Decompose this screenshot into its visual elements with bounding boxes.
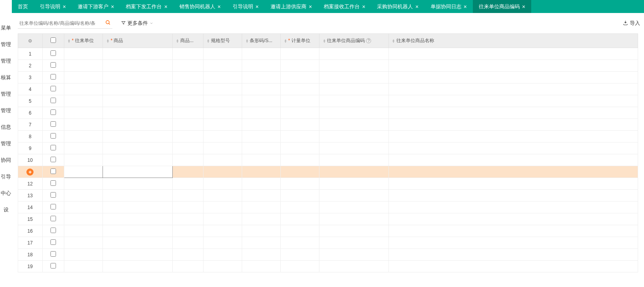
cell-wlspdm[interactable] xyxy=(319,166,388,178)
tab[interactable]: 档案接收工作台× xyxy=(318,0,371,13)
table-row[interactable]: 1 xyxy=(18,48,638,60)
search-input[interactable] xyxy=(18,18,112,29)
sidebar-item[interactable]: 引导 xyxy=(0,168,12,185)
row-checkbox[interactable] xyxy=(50,86,56,91)
export-button[interactable]: 导入 xyxy=(623,20,640,27)
row-checkbox[interactable] xyxy=(50,157,56,162)
table-row[interactable]: 14 xyxy=(18,202,638,213)
sidebar-item[interactable]: 菜单 xyxy=(0,20,12,36)
sort-icon[interactable]: ▲▼ xyxy=(106,39,109,43)
cell-spfl[interactable] xyxy=(172,166,203,178)
gear-icon[interactable]: ⚙ xyxy=(28,38,32,44)
cell-chk[interactable] xyxy=(42,72,64,83)
sort-icon[interactable]: ▲▼ xyxy=(323,39,326,43)
tab[interactable]: 销售协同机器人× xyxy=(174,0,227,13)
sidebar-item[interactable]: 中心 xyxy=(0,185,12,202)
column-header-wlspmc[interactable]: ▲▼往来单位商品名称 xyxy=(388,34,638,48)
select-all-checkbox[interactable] xyxy=(50,37,56,43)
cell-chk[interactable] xyxy=(42,48,64,60)
column-header-sp[interactable]: ▲▼* 商品 xyxy=(103,34,172,48)
row-checkbox[interactable] xyxy=(50,121,56,127)
cell-chk[interactable] xyxy=(42,178,64,190)
table-row[interactable]: 2 xyxy=(18,60,638,72)
table-row[interactable]: 10 xyxy=(18,154,638,166)
sidebar-item[interactable]: 管理 xyxy=(0,53,12,69)
table-row[interactable]: 6 xyxy=(18,107,638,119)
cell-chk[interactable] xyxy=(42,119,64,131)
row-checkbox[interactable] xyxy=(50,98,56,103)
tab[interactable]: 邀请下游客户× xyxy=(72,0,120,13)
table-row[interactable]: 9 xyxy=(18,143,638,154)
table-row[interactable]: 5 xyxy=(18,95,638,107)
row-checkbox[interactable] xyxy=(50,109,56,115)
help-icon[interactable]: ? xyxy=(366,38,371,43)
row-checkbox[interactable] xyxy=(50,216,56,221)
sort-icon[interactable]: ▲▼ xyxy=(245,39,248,43)
column-header-wlspdm[interactable]: ▲▼往来单位商品编码? xyxy=(319,34,388,48)
row-checkbox[interactable] xyxy=(50,263,56,268)
tab[interactable]: 档案下发工作台× xyxy=(120,0,173,13)
tab[interactable]: 单据协同日志× xyxy=(425,0,473,13)
sidebar-item[interactable]: 管理 xyxy=(0,102,12,119)
tab[interactable]: 邀请上游供应商× xyxy=(265,0,318,13)
table-row[interactable]: 4 xyxy=(18,83,638,95)
cell-chk[interactable] xyxy=(42,261,64,272)
cell-chk[interactable] xyxy=(42,143,64,154)
cell-chk[interactable] xyxy=(42,166,64,178)
cell-chk[interactable] xyxy=(42,202,64,213)
column-header-jldw[interactable]: ▲▼* 计量单位 xyxy=(280,34,319,48)
cell-wldw[interactable] xyxy=(64,166,103,178)
tab[interactable]: 采购协同机器人× xyxy=(371,0,424,13)
table-row[interactable]: 16 xyxy=(18,225,638,237)
close-icon[interactable]: × xyxy=(362,4,365,9)
cell-chk[interactable] xyxy=(42,154,64,166)
cell-chk[interactable] xyxy=(42,60,64,72)
more-conditions-button[interactable]: 更多条件 xyxy=(121,20,153,27)
row-checkbox[interactable] xyxy=(50,62,56,68)
table-row[interactable]: 7 xyxy=(18,119,638,131)
row-checkbox[interactable] xyxy=(50,251,56,257)
close-icon[interactable]: × xyxy=(111,4,114,9)
row-checkbox[interactable] xyxy=(50,228,56,233)
table-row[interactable]: 19 xyxy=(18,261,638,272)
cell-chk[interactable] xyxy=(42,83,64,95)
sort-icon[interactable]: ▲▼ xyxy=(392,39,395,43)
cell-ggxh[interactable] xyxy=(203,166,242,178)
cell-chk[interactable] xyxy=(42,190,64,202)
search-icon[interactable] xyxy=(105,20,111,27)
column-header-chk[interactable] xyxy=(42,34,64,48)
row-checkbox[interactable] xyxy=(50,239,56,245)
cell-chk[interactable] xyxy=(42,107,64,119)
cell-chk[interactable] xyxy=(42,237,64,249)
cell-wlspmc[interactable] xyxy=(388,166,638,178)
cell-sp[interactable] xyxy=(103,166,172,178)
cell-jldw[interactable] xyxy=(280,166,319,178)
sort-icon[interactable]: ▲▼ xyxy=(67,39,71,43)
table-row[interactable]: 3 xyxy=(18,72,638,83)
close-icon[interactable]: × xyxy=(256,4,259,9)
cell-chk[interactable] xyxy=(42,95,64,107)
sort-icon[interactable]: ▲▼ xyxy=(284,39,287,43)
close-icon[interactable]: × xyxy=(309,4,312,9)
column-header-spfl[interactable]: ▲▼商品... xyxy=(172,34,203,48)
row-checkbox[interactable] xyxy=(50,133,56,139)
cell-chk[interactable] xyxy=(42,225,64,237)
row-checkbox[interactable] xyxy=(50,145,56,150)
sort-icon[interactable]: ▲▼ xyxy=(176,39,179,43)
cell-chk[interactable] xyxy=(42,213,64,225)
sidebar-item[interactable]: 管理 xyxy=(0,135,12,152)
sidebar-item[interactable]: 核算 xyxy=(0,69,12,86)
tab[interactable]: 引导说明× xyxy=(34,0,72,13)
close-icon[interactable]: × xyxy=(522,4,525,9)
column-header-txm[interactable]: ▲▼条形码/S... xyxy=(242,34,280,48)
close-icon[interactable]: × xyxy=(164,4,167,9)
cell-chk[interactable] xyxy=(42,131,64,143)
tab[interactable]: 往来单位商品编码× xyxy=(473,0,531,13)
row-checkbox[interactable] xyxy=(50,180,56,186)
column-header-idx[interactable]: ⚙ xyxy=(18,34,43,48)
column-header-ggxh[interactable]: ▲▼规格型号 xyxy=(203,34,242,48)
sidebar-item[interactable]: 管理 xyxy=(0,36,12,53)
add-row-button[interactable]: + xyxy=(26,168,34,176)
tab[interactable]: 首页 xyxy=(12,0,34,13)
sidebar-item[interactable]: 协同 xyxy=(0,152,12,168)
